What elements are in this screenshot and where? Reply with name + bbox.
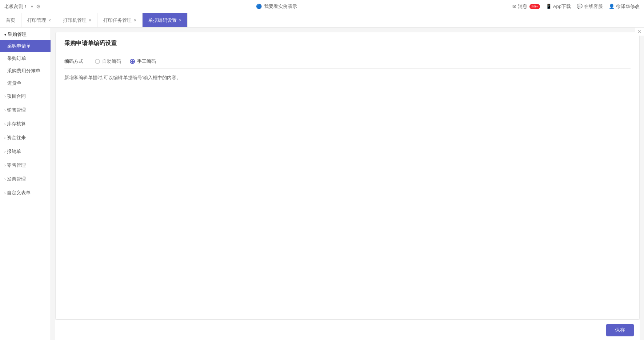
app-label: App下载 bbox=[553, 3, 571, 10]
page-title: 采购申请单编码设置 bbox=[64, 40, 631, 47]
chevron-right-icon-capital: › bbox=[4, 136, 5, 140]
sidebar-group-custom-form[interactable]: › 自定义表单 bbox=[0, 186, 51, 200]
service-label: 在线客服 bbox=[584, 3, 603, 10]
sidebar-group-retail-label: 零售管理 bbox=[7, 162, 26, 169]
sidebar-group-purchase-label: 采购管理 bbox=[8, 31, 27, 38]
message-button[interactable]: ✉ 消息 99+ bbox=[512, 3, 540, 10]
sidebar-group-capital-label: 资金往来 bbox=[7, 134, 26, 141]
tab-home-label: 首页 bbox=[6, 17, 15, 24]
radio-auto-encoding[interactable]: 自动编码 bbox=[95, 58, 121, 65]
tab-print-management-label: 打印管理 bbox=[27, 17, 46, 24]
footer-bar: 保存 bbox=[55, 320, 640, 340]
radio-manual-encoding[interactable]: 手工编码 bbox=[130, 58, 156, 65]
radio-auto-circle bbox=[95, 59, 100, 64]
username-label: 徐泽华修改 bbox=[616, 3, 640, 10]
sidebar-group-expense[interactable]: › 报销单 bbox=[0, 145, 51, 158]
dropdown-icon[interactable]: ▾ bbox=[31, 4, 33, 9]
sidebar-item-purchase-receipt-label: 进货单 bbox=[7, 80, 21, 86]
sidebar-item-purchase-request-label: 采购申请单 bbox=[7, 43, 31, 49]
sidebar-group-purchase-title[interactable]: ▾ 采购管理 bbox=[0, 28, 51, 40]
chevron-right-icon-sales: › bbox=[4, 108, 5, 112]
user-profile-button[interactable]: 👤 徐泽华修改 bbox=[609, 3, 640, 10]
tab-printer-management-close[interactable]: × bbox=[89, 18, 91, 23]
sidebar-group-expense-label: 报销单 bbox=[7, 148, 21, 155]
sidebar-group-retail[interactable]: › 零售管理 bbox=[0, 158, 51, 172]
online-service-button[interactable]: 💬 在线客服 bbox=[577, 3, 603, 10]
hint-text: 新增和编辑单据时,可以编辑'单据编号'输入框中的内容。 bbox=[64, 74, 631, 81]
tab-print-management-close[interactable]: × bbox=[48, 18, 51, 23]
chevron-right-icon-invoice: › bbox=[4, 177, 5, 181]
sidebar-item-purchase-cost-label: 采购费用分摊单 bbox=[7, 68, 40, 74]
app-icon: 📱 bbox=[546, 4, 552, 9]
service-icon: 💬 bbox=[577, 4, 583, 9]
top-bar-right: ✉ 消息 99+ 📱 App下载 💬 在线客服 👤 徐泽华修改 bbox=[512, 3, 640, 10]
sidebar-group-inventory-label: 库存核算 bbox=[7, 121, 26, 127]
message-badge: 99+ bbox=[529, 4, 540, 9]
demo-link[interactable]: 我要看实例演示 bbox=[264, 3, 297, 10]
top-bar-left: 老板勿割！ ▾ ⚙ bbox=[4, 3, 41, 10]
sidebar-group-custom-form-label: 自定义表单 bbox=[7, 190, 31, 196]
chevron-down-icon: ▾ bbox=[4, 33, 6, 37]
sidebar-group-purchase: ▾ 采购管理 采购申请单 采购订单 采购费用分摊单 进货单 bbox=[0, 28, 51, 89]
close-panel-button[interactable]: × bbox=[635, 28, 644, 36]
sidebar-group-project-label: 项目合同 bbox=[7, 93, 26, 100]
sidebar-item-purchase-order[interactable]: 采购订单 bbox=[0, 52, 51, 65]
gear-icon[interactable]: ⚙ bbox=[36, 4, 41, 9]
tab-print-task[interactable]: 打印任务管理 × bbox=[97, 13, 143, 27]
sidebar-group-sales[interactable]: › 销售管理 bbox=[0, 103, 51, 117]
top-bar-center[interactable]: 🔵 我要看实例演示 bbox=[256, 3, 297, 10]
sidebar-group-inventory[interactable]: › 库存核算 bbox=[0, 117, 51, 131]
chevron-right-icon-inventory: › bbox=[4, 122, 5, 126]
chevron-right-icon-custom: › bbox=[4, 191, 5, 195]
sidebar-group-sales-label: 销售管理 bbox=[7, 107, 26, 113]
chevron-right-icon: › bbox=[4, 94, 5, 98]
user-avatar-icon: 👤 bbox=[609, 4, 615, 9]
tab-serial-setting-close[interactable]: × bbox=[179, 18, 181, 23]
encoding-label: 编码方式 bbox=[64, 58, 83, 65]
sidebar-group-capital[interactable]: › 资金往来 bbox=[0, 131, 51, 145]
tab-printer-management-label: 打印机管理 bbox=[63, 17, 87, 24]
sidebar-item-purchase-request[interactable]: 采购申请单 bbox=[0, 40, 51, 52]
sidebar-group-project[interactable]: › 项目合同 bbox=[0, 89, 51, 103]
content-inner: 采购申请单编码设置 编码方式 自动编码 手工编码 新增和编辑单据时,可以编辑'单… bbox=[55, 32, 640, 320]
sidebar-item-purchase-receipt[interactable]: 进货单 bbox=[0, 77, 51, 89]
content-area: 采购申请单编码设置 编码方式 自动编码 手工编码 新增和编辑单据时,可以编辑'单… bbox=[51, 28, 644, 340]
radio-manual-circle bbox=[130, 59, 135, 64]
radio-auto-label: 自动编码 bbox=[102, 58, 121, 65]
save-button[interactable]: 保存 bbox=[606, 324, 634, 336]
tab-print-management[interactable]: 打印管理 × bbox=[21, 13, 57, 27]
top-bar: 老板勿割！ ▾ ⚙ 🔵 我要看实例演示 ✉ 消息 99+ 📱 App下载 💬 在… bbox=[0, 0, 644, 13]
sidebar-item-purchase-cost[interactable]: 采购费用分摊单 bbox=[0, 65, 51, 77]
main-layout: ▾ 采购管理 采购申请单 采购订单 采购费用分摊单 进货单 › 项目合同 › 销… bbox=[0, 28, 644, 340]
sidebar-group-invoice-label: 发票管理 bbox=[7, 176, 26, 182]
tab-print-task-label: 打印任务管理 bbox=[103, 17, 132, 24]
app-download-button[interactable]: 📱 App下载 bbox=[546, 3, 571, 10]
message-label: 消息 bbox=[518, 3, 527, 10]
chevron-right-icon-expense: › bbox=[4, 150, 5, 154]
chevron-right-icon-retail: › bbox=[4, 163, 5, 167]
tab-serial-setting-label: 单据编码设置 bbox=[148, 17, 177, 24]
tab-home[interactable]: 首页 bbox=[0, 13, 21, 27]
encoding-row: 编码方式 自动编码 手工编码 bbox=[64, 54, 631, 69]
message-icon: ✉ bbox=[512, 4, 516, 9]
tab-bar: 首页 打印管理 × 打印机管理 × 打印任务管理 × 单据编码设置 × bbox=[0, 13, 644, 28]
sidebar: ▾ 采购管理 采购申请单 采购订单 采购费用分摊单 进货单 › 项目合同 › 销… bbox=[0, 28, 51, 340]
tab-printer-management[interactable]: 打印机管理 × bbox=[57, 13, 97, 27]
top-bar-logo-text: 老板勿割！ bbox=[4, 3, 28, 10]
sidebar-group-invoice[interactable]: › 发票管理 bbox=[0, 172, 51, 186]
tab-print-task-close[interactable]: × bbox=[134, 18, 136, 23]
tab-serial-setting[interactable]: 单据编码设置 × bbox=[143, 13, 188, 27]
radio-manual-label: 手工编码 bbox=[137, 58, 156, 65]
demo-icon: 🔵 bbox=[256, 4, 262, 9]
sidebar-item-purchase-order-label: 采购订单 bbox=[7, 55, 26, 62]
